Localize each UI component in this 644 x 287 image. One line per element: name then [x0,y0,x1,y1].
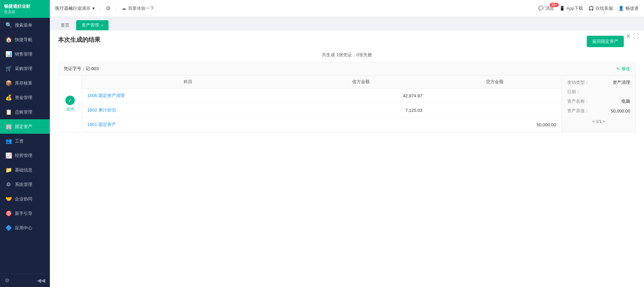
collapse-icon[interactable]: ◀◀ [37,277,45,284]
nav-label-2: 销售管理 [15,51,32,57]
edit-icon: ✎ [616,66,620,71]
user-icon: 👤 [618,6,624,11]
cell-debit-0: 42,874.97 [294,89,428,103]
original-value-row: 资产原值： 50,000.00 [567,108,630,114]
nav-icon-14: 🔷 [5,225,11,231]
sidebar-item-应用中心[interactable]: 🔷应用中心 [0,221,50,235]
sidebar-item-采购管理[interactable]: 🛒采购管理 [0,61,50,76]
company-name: 医疗器械行业演示 [55,5,90,11]
sidebar-item-快捷导航[interactable]: 🏠快捷导航 [0,32,50,47]
download-icon: 📱 [559,6,565,11]
change-type-value: 资产清理 [613,79,630,86]
edit-button[interactable]: ✎ 修改 [616,66,630,72]
nav-icon-1: 🏠 [5,36,11,43]
nav-icon-11: ⚙ [5,181,11,188]
message-badge: 99+ [550,3,559,7]
nav-label-12: 企业协同 [15,196,32,202]
nav-icon-13: 🎯 [5,210,11,217]
online-service-button[interactable]: 🎧 在线客服 [588,5,613,11]
date-label: 日期： [567,89,580,95]
nav-icon-7: 🏢 [5,123,11,130]
expand-panel-icon[interactable]: ⛶ [633,33,639,39]
sidebar-item-企业协同[interactable]: 🤝企业协同 [0,192,50,206]
topbar-right: 💬 消息 99+ 📱 App下载 🎧 在线客服 👤 畅捷通 [538,5,639,11]
topbar: 医疗器械行业演示 ▾ ⚙ ☁ 我要体验一下 💬 消息 99+ 📱 App下载 🎧… [50,0,644,17]
sidebar-footer: ⚙ ◀◀ [0,274,50,287]
asset-name-value: 电脑 [621,98,630,104]
tab-close-icon[interactable]: × [101,23,103,27]
nav-label-9: 经营管理 [15,153,32,159]
next-page-icon[interactable]: > [603,119,605,124]
cell-credit-2: 50,000.00 [428,118,561,132]
success-status-cell: ✓ 成功 [58,75,82,132]
chevron-down-icon: ▾ [92,6,95,11]
message-button[interactable]: 💬 消息 99+ [538,5,554,11]
app-download-label: App下载 [566,5,583,11]
nav-icon-8: 👥 [5,138,11,144]
sidebar-logo: 畅捷通好业财 普及版 [0,0,50,18]
sidebar: 畅捷通好业财 普及版 🔍搜索菜单🏠快捷导航📊销售管理🛒采购管理📦库存核算💰资金管… [0,0,50,287]
sidebar-item-工资[interactable]: 👥工资 [0,134,50,148]
asset-name-label: 资产名称： [567,98,589,104]
cell-credit-0 [428,89,561,103]
sidebar-item-经营管理[interactable]: 📈经营管理 [0,148,50,163]
settings-button[interactable]: ⚙ [106,5,111,11]
original-value-label: 资产原值： [567,108,589,114]
nav-label-5: 资金管理 [15,95,32,101]
tab-asset-label: 资产管理 [82,22,99,28]
cell-subject-2: 1601 固定资产 [82,118,294,132]
sidebar-item-系统管理[interactable]: ⚙系统管理 [0,177,50,192]
experience-button[interactable]: ☁ 我要体验一下 [122,5,154,11]
nav-label-8: 工资 [15,138,24,144]
edit-label: 修改 [621,66,630,72]
nav-label-11: 系统管理 [15,182,32,188]
tabbar: 首页 资产管理 × [50,17,644,30]
experience-label: 我要体验一下 [128,5,154,11]
tab-asset-management[interactable]: 资产管理 × [76,20,109,30]
user-label: 畅捷通 [625,5,639,11]
summary-bar: 共生成 1张凭证，0张失败 [50,48,644,62]
sidebar-item-总账管理[interactable]: 📋总账管理 [0,105,50,119]
prev-page-icon[interactable]: < [592,119,595,124]
nav-label-7: 固定资产 [15,124,32,130]
table-row: 1601 固定资产 50,000.00 [82,118,561,132]
cell-subject-1: 1602 累计折旧 [82,103,294,118]
app-edition: 普及版 [4,9,30,14]
sidebar-item-资金管理[interactable]: 💰资金管理 [0,90,50,105]
voucher-code: 凭证字号：记-003 [64,66,99,72]
app-name: 畅捷通好业财 [4,3,30,9]
sidebar-item-固定资产[interactable]: 🏢固定资产 [0,119,50,134]
nav-icon-4: 📦 [5,80,11,86]
return-button[interactable]: 返回固定资产 [587,36,624,47]
nav-label-3: 采购管理 [15,66,32,72]
table-row: 1606 固定资产清理 42,874.97 [82,89,561,103]
sidebar-item-库存核算[interactable]: 📦库存核算 [0,76,50,90]
change-type-row: 变动类型： 资产清理 [567,79,630,86]
change-type-label: 变动类型： [567,79,589,86]
sidebar-item-销售管理[interactable]: 📊销售管理 [0,47,50,61]
success-check-icon: ✓ [65,96,75,105]
nav-icon-5: 💰 [5,94,11,101]
cell-debit-2 [294,118,428,132]
tab-home[interactable]: 首页 [55,20,75,30]
sidebar-item-基础信息[interactable]: 📁基础信息 [0,163,50,177]
settings-icon[interactable]: ⚙ [5,277,9,284]
nav-icon-6: 📋 [5,109,11,115]
app-download-button[interactable]: 📱 App下载 [559,5,583,11]
sidebar-item-搜索菜单[interactable]: 🔍搜索菜单 [0,18,50,32]
cell-debit-1: 7,125.03 [294,103,428,118]
nav-icon-3: 🛒 [5,65,11,72]
nav-label-6: 总账管理 [15,109,32,115]
sidebar-nav: 🔍搜索菜单🏠快捷导航📊销售管理🛒采购管理📦库存核算💰资金管理📋总账管理🏢固定资产… [0,18,50,274]
col-debit: 借方金额 [294,75,428,89]
nav-label-14: 应用中心 [15,225,32,231]
close-panel-icon[interactable]: ✕ [626,33,631,39]
main-area: 医疗器械行业演示 ▾ ⚙ ☁ 我要体验一下 💬 消息 99+ 📱 App下载 🎧… [50,0,644,287]
company-selector[interactable]: 医疗器械行业演示 ▾ [55,5,95,11]
online-service-label: 在线客服 [595,5,613,11]
cell-subject-0: 1606 固定资产清理 [82,89,294,103]
nav-label-4: 库存核算 [15,80,32,86]
sidebar-item-新手引导[interactable]: 🎯新手引导 [0,206,50,221]
topbar-divider-2 [116,5,116,12]
user-menu[interactable]: 👤 畅捷通 [618,5,639,11]
